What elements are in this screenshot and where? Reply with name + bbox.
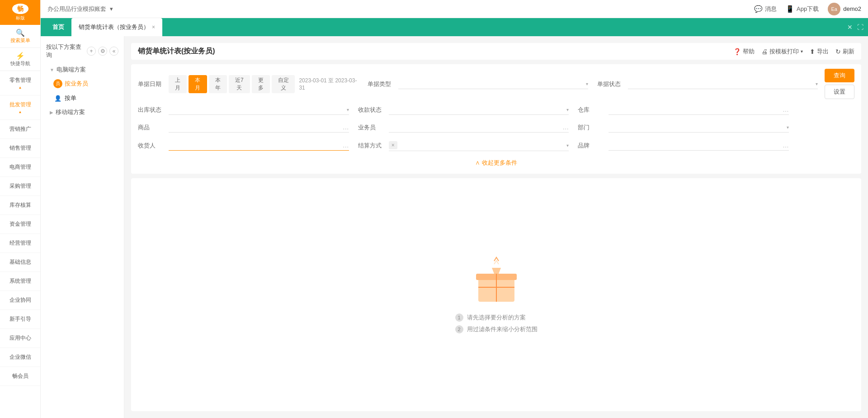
sidebar-quick-nav[interactable]: ⚡ 快捷导航: [0, 48, 40, 71]
warehouse-input[interactable]: [609, 106, 781, 113]
sidebar-search[interactable]: 🔍 搜索菜单: [0, 25, 40, 48]
date-btn-last-month[interactable]: 上月: [169, 75, 187, 93]
app-download-button[interactable]: 📱 App下载: [786, 5, 819, 13]
tree-item-by-order[interactable]: 👤 按单: [50, 91, 124, 105]
receive-status-control: ▾: [389, 105, 569, 115]
out-status-control: ▾: [169, 105, 349, 115]
date-btn-custom[interactable]: 自定义: [272, 75, 295, 93]
doc-type-control: ▾: [398, 79, 588, 89]
consignee-dots-icon[interactable]: …: [343, 142, 349, 149]
receive-status-col: 收款状态 ▾: [354, 103, 574, 117]
date-btn-7days[interactable]: 近7天: [229, 75, 250, 93]
doc-status-input[interactable]: [628, 81, 814, 87]
tab-active-label: 销货单统计表（按业务员）: [79, 23, 149, 31]
message-button[interactable]: 💬 消息: [754, 5, 777, 13]
doc-type-label: 单据类型: [368, 80, 395, 88]
date-filter-col: 单据日期 上月 本月 本年 近7天 更多 自定义 2023-03-01 至 20…: [138, 73, 363, 95]
panel-collapse-button[interactable]: «: [109, 47, 118, 56]
user-profile[interactable]: Ea demo2: [828, 3, 861, 15]
brand-control: …: [609, 140, 789, 151]
sidebar-item-inventory[interactable]: 库存核算: [0, 196, 40, 215]
tree-item-by-salesperson[interactable]: 员 按业务员: [50, 76, 124, 91]
app-download-icon: 📱: [786, 5, 794, 13]
tab-bar: 首页 销货单统计表（按业务员） × ✕ ⛶: [41, 18, 868, 36]
sidebar-item-sales[interactable]: 销售管理: [0, 139, 40, 158]
print-button[interactable]: 🖨 按模板打印 ▾: [761, 48, 803, 56]
app-title: 办公用品行业模拟账套: [47, 5, 106, 13]
sidebar-item-apps[interactable]: 应用中心: [0, 329, 40, 348]
sidebar-item-enterprise[interactable]: 企业协同: [0, 291, 40, 310]
sidebar-item-purchase[interactable]: 采购管理: [0, 177, 40, 196]
tab-close-button[interactable]: ×: [152, 24, 155, 30]
tab-close-all-button[interactable]: ✕: [847, 24, 853, 31]
sidebar-item-marketing[interactable]: 营销推广: [0, 120, 40, 139]
out-status-input[interactable]: [169, 106, 345, 113]
logo-icon: 畅: [12, 4, 28, 14]
date-buttons: 上月 本月 本年 近7天 更多 自定义 2023-03-01 至 2023-03…: [169, 75, 359, 93]
logo-subtitle: 标版: [16, 15, 25, 21]
date-range-display: 2023-03-01 至 2023-03-31: [299, 77, 359, 91]
export-button[interactable]: ⬆ 导出: [810, 48, 829, 56]
tab-home[interactable]: 首页: [45, 18, 71, 36]
tree-mobile-arrow-icon: ▶: [50, 110, 53, 115]
user-avatar: Ea: [828, 3, 840, 15]
brand-col: 品牌 …: [573, 138, 789, 152]
panel-settings-button[interactable]: ⚙: [98, 47, 107, 56]
sidebar-item-member[interactable]: 畅会员: [0, 367, 40, 386]
query-button[interactable]: 查询: [825, 69, 854, 82]
receive-status-input[interactable]: [389, 106, 565, 113]
dept-input[interactable]: [609, 124, 785, 131]
sidebar-item-wholesale-label: 批发管理: [9, 101, 31, 109]
main-area: 办公用品行业模拟账套 ▾ 💬 消息 📱 App下载 Ea demo2: [41, 0, 868, 418]
doc-type-input[interactable]: [398, 81, 584, 87]
tree-mobile-group[interactable]: ▶ 移动端方案: [41, 105, 124, 119]
tip-text-1: 请先选择要分析的方案: [467, 314, 526, 322]
sidebar-search-label: 搜索菜单: [2, 37, 38, 44]
date-btn-more[interactable]: 更多: [252, 75, 270, 93]
setting-button[interactable]: 设置: [825, 85, 854, 99]
empty-svg-icon: [469, 256, 524, 306]
payment-control: × ▾: [389, 140, 569, 151]
tree-item-icon: 员: [53, 79, 62, 88]
salesperson-dots-icon[interactable]: …: [562, 124, 569, 131]
salesperson-input[interactable]: [389, 124, 561, 131]
sidebar-item-basic[interactable]: 基础信息: [0, 253, 40, 272]
sidebar-item-finance[interactable]: 资金管理: [0, 215, 40, 234]
brand-input[interactable]: [609, 142, 781, 149]
sidebar-item-wholesale[interactable]: 批发管理: [0, 95, 40, 120]
tree-pc-children: 员 按业务员 👤 按单: [41, 76, 124, 105]
sidebar-item-wechat[interactable]: 企业微信: [0, 348, 40, 367]
warehouse-control: …: [609, 104, 789, 115]
salesperson-control: …: [389, 122, 569, 133]
refresh-button[interactable]: ↻ 刷新: [835, 48, 854, 56]
brand-dots-icon[interactable]: …: [783, 142, 789, 149]
title-arrow-icon[interactable]: ▾: [110, 5, 113, 12]
refresh-icon: ↻: [835, 48, 841, 55]
panel-add-button[interactable]: +: [87, 47, 96, 56]
payment-arrow-icon: ▾: [566, 143, 569, 148]
sidebar-item-ecommerce[interactable]: 电商管理: [0, 158, 40, 177]
tab-active[interactable]: 销货单统计表（按业务员） ×: [71, 18, 162, 36]
empty-tip-2: 2 用过滤条件来缩小分析范围: [455, 325, 538, 333]
consignee-input[interactable]: [169, 142, 341, 149]
sidebar-item-system[interactable]: 系统管理: [0, 272, 40, 291]
date-btn-this-year[interactable]: 本年: [209, 75, 227, 93]
goods-dots-icon[interactable]: …: [343, 124, 349, 131]
receive-status-arrow-icon: ▾: [566, 107, 569, 112]
sidebar-item-operations[interactable]: 经营管理: [0, 234, 40, 253]
sidebar-item-retail[interactable]: 零售管理: [0, 71, 40, 95]
filter-row4: 收货人 … 结算方式 ×: [138, 138, 854, 153]
date-btn-this-month[interactable]: 本月: [189, 75, 207, 93]
tree-pc-group[interactable]: ▼ 电脑端方案: [41, 63, 124, 76]
goods-input[interactable]: [169, 124, 341, 131]
tab-bar-controls: ✕ ⛶: [847, 24, 863, 31]
collapse-conditions-button[interactable]: ∧ 收起更多条件: [138, 157, 854, 169]
export-icon: ⬆: [810, 48, 815, 55]
help-button[interactable]: ❓ 帮助: [733, 48, 755, 56]
payment-tag-close[interactable]: ×: [392, 142, 395, 148]
salesperson-col: 业务员 …: [354, 120, 574, 134]
warehouse-dots-icon[interactable]: …: [783, 106, 789, 113]
sidebar-item-apps-label: 应用中心: [9, 334, 31, 342]
sidebar-item-newbie[interactable]: 新手引导: [0, 310, 40, 329]
tab-maximize-button[interactable]: ⛶: [857, 24, 863, 31]
